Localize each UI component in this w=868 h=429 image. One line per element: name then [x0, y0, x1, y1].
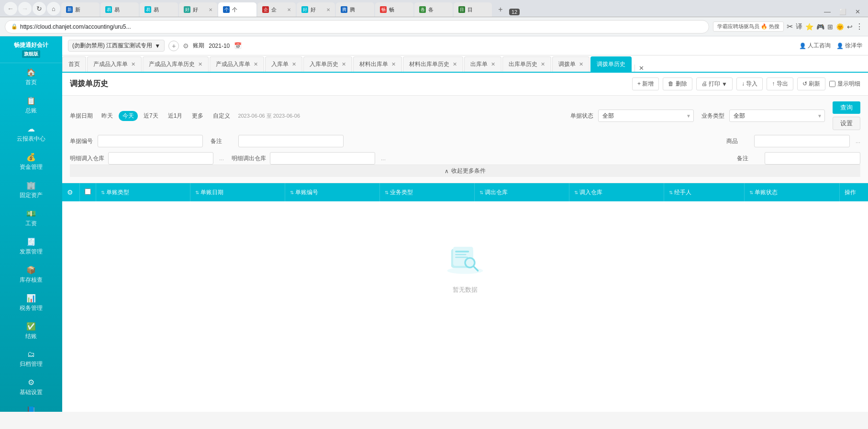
collapse-filters-button[interactable]: ∧ 收起更多条件	[70, 165, 860, 177]
th-handler[interactable]: ⇅ 经手人	[664, 183, 745, 201]
detail-out-input[interactable]	[270, 152, 375, 165]
sidebar-item-payroll[interactable]: 💵 工资	[0, 204, 62, 232]
app-tab-home[interactable]: 首页	[62, 56, 86, 72]
select-all-checkbox[interactable]	[85, 188, 91, 195]
date-tag-7days[interactable]: 近7天	[140, 111, 162, 121]
status-select[interactable]: 全部 待审核 已审核 已驳回	[598, 110, 694, 122]
browser-tab-7-close[interactable]: ✕	[326, 7, 330, 12]
sidebar-item-inventory[interactable]: 📦 库存核查	[0, 261, 62, 289]
browser-tab-3[interactable]: 易 易	[140, 2, 178, 17]
app-tab-transfer[interactable]: 调拨单 ✕	[552, 56, 590, 72]
delete-button[interactable]: 🗑 删除	[663, 77, 692, 90]
browser-tab-6[interactable]: 企 企 ✕	[257, 2, 296, 17]
th-doc-type[interactable]: ⇅ 单账类型	[96, 183, 190, 201]
date-tag-1month[interactable]: 近1月	[164, 111, 187, 121]
browser-tab-refresh[interactable]: ↻	[33, 2, 46, 15]
sidebar-item-invoice[interactable]: 🧾 发票管理	[0, 232, 62, 261]
sidebar-item-tax[interactable]: 📊 税务管理	[0, 289, 62, 317]
column-settings-icon[interactable]: ⚙	[67, 188, 73, 196]
browser-tab-5[interactable]: 个 个	[218, 2, 256, 17]
query-button[interactable]: 查询	[833, 101, 860, 114]
tab-close-page[interactable]: ✕	[634, 65, 648, 72]
browser-tab-1[interactable]: 新 新	[61, 2, 100, 17]
th-doc-status[interactable]: ⇅ 单账状态	[745, 183, 839, 201]
app-tab-stock-in-history[interactable]: 入库单历史 ✕	[303, 56, 352, 72]
sidebar-item-archive[interactable]: 🗂 归档管理	[0, 345, 62, 373]
app-tab-finished-goods-in[interactable]: 产成品入库单 ✕	[87, 56, 142, 72]
sidebar-item-reports[interactable]: ☁ 云报表中心	[0, 120, 62, 148]
biz-type-select[interactable]: 全部	[729, 110, 825, 122]
tab-close-3[interactable]: ✕	[254, 61, 258, 67]
print-button[interactable]: 🖨 打印 ▼	[696, 77, 733, 90]
detail-in-input[interactable]	[108, 152, 213, 165]
remark2-input[interactable]	[765, 152, 860, 165]
window-maximize[interactable]: ⬜	[835, 9, 850, 15]
detail-out-more-icon[interactable]: ...	[381, 155, 386, 162]
browser-tab-10[interactable]: 各 各	[414, 2, 453, 17]
sidebar-item-close-books[interactable]: ✅ 结账	[0, 317, 62, 345]
tab-close-5[interactable]: ✕	[342, 61, 346, 67]
tab-close-1[interactable]: ✕	[131, 61, 135, 67]
tab-close-2[interactable]: ✕	[198, 61, 202, 67]
display-cols-checkbox[interactable]	[829, 81, 835, 87]
detail-in-more-icon[interactable]: ...	[219, 155, 224, 162]
browser-tab-4[interactable]: 好 好 ✕	[179, 2, 217, 17]
app-tab-material-out[interactable]: 材料出库单 ✕	[353, 56, 402, 72]
date-tag-more[interactable]: 更多	[188, 111, 207, 121]
date-tag-custom[interactable]: 自定义	[209, 111, 234, 121]
browser-tab-6-close[interactable]: ✕	[287, 7, 291, 12]
browser-tab-9[interactable]: 畅 畅	[375, 2, 413, 17]
sidebar-item-home[interactable]: 🏠 首页	[0, 63, 62, 91]
tab-close-7[interactable]: ✕	[453, 61, 457, 67]
sidebar-item-settings[interactable]: ⚙ 基础设置	[0, 373, 62, 401]
tab-close-9[interactable]: ✕	[541, 61, 545, 67]
window-minimize[interactable]: —	[820, 8, 835, 15]
browser-tab-11[interactable]: 目 目	[454, 2, 492, 17]
user-profile-button[interactable]: 👤 徐泽华	[836, 42, 862, 50]
browser-tab-8[interactable]: 腾 腾	[336, 2, 374, 17]
date-tag-yesterday[interactable]: 昨天	[98, 111, 117, 121]
new-button[interactable]: + 新增	[632, 77, 659, 90]
new-tab-button[interactable]: +	[495, 4, 506, 15]
gear-settings-icon[interactable]: ⚙	[183, 42, 189, 50]
refresh-button[interactable]: ↺ 刷新	[797, 77, 825, 90]
app-tab-stock-out-history[interactable]: 出库单历史 ✕	[502, 56, 551, 72]
app-tab-finished-goods-in-history[interactable]: 产成品入库单历史 ✕	[143, 56, 209, 72]
period-selector[interactable]: 账期 2021-10 📅	[193, 42, 242, 50]
add-company-button[interactable]: +	[168, 41, 179, 51]
goods-more-icon[interactable]: ...	[856, 138, 860, 144]
browser-tab-2[interactable]: 易 易	[100, 2, 139, 17]
date-tag-today[interactable]: 今天	[119, 111, 138, 121]
address-bar[interactable]: 🔒 https://cloud.chanjet.com/accounting/u…	[5, 20, 709, 33]
sidebar-item-ledger[interactable]: 📋 总账	[0, 91, 62, 120]
customer-service-button[interactable]: 👤 人工咨询	[799, 42, 831, 50]
tab-close-8[interactable]: ✕	[491, 61, 495, 67]
th-doc-number[interactable]: ⇅ 单账编号	[285, 183, 380, 201]
tab-close-4[interactable]: ✕	[292, 61, 296, 67]
export-button[interactable]: ↑ 导出	[767, 77, 793, 90]
filter-settings-button[interactable]: 设置	[833, 117, 860, 130]
window-close[interactable]: ✕	[851, 8, 864, 15]
browser-tab-home[interactable]: ⌂	[47, 2, 60, 15]
display-cols-toggle[interactable]: 显示明细	[829, 80, 860, 88]
sidebar-item-assets[interactable]: 🏢 固定资产	[0, 176, 62, 204]
th-out-warehouse[interactable]: ⇅ 调出仓库	[475, 183, 569, 201]
th-doc-date[interactable]: ⇅ 单账日期	[190, 183, 285, 201]
doc-number-input[interactable]	[98, 135, 203, 147]
browser-tab-4-close[interactable]: ✕	[209, 7, 212, 12]
app-tab-finished-goods-in-2[interactable]: 产成品入库单 ✕	[210, 56, 264, 72]
sidebar-item-guide[interactable]: 📘 新手引导	[0, 401, 62, 412]
app-tab-stock-out[interactable]: 出库单 ✕	[464, 56, 501, 72]
th-biz-type[interactable]: ⇅ 业务类型	[380, 183, 475, 201]
sidebar-item-finance[interactable]: 💰 资金管理	[0, 148, 62, 176]
app-tab-stock-in[interactable]: 入库单 ✕	[265, 56, 302, 72]
remark-input[interactable]	[238, 135, 344, 147]
th-gear[interactable]: ⚙	[62, 183, 79, 201]
browser-tab-7[interactable]: 好 好 ✕	[297, 2, 335, 17]
goods-input[interactable]	[754, 135, 850, 147]
tab-close-10[interactable]: ✕	[579, 61, 583, 67]
tab-close-6[interactable]: ✕	[391, 61, 396, 67]
th-checkbox[interactable]	[79, 183, 96, 201]
th-in-warehouse[interactable]: ⇅ 调入仓库	[569, 183, 664, 201]
import-button[interactable]: ↓ 导入	[736, 77, 763, 90]
